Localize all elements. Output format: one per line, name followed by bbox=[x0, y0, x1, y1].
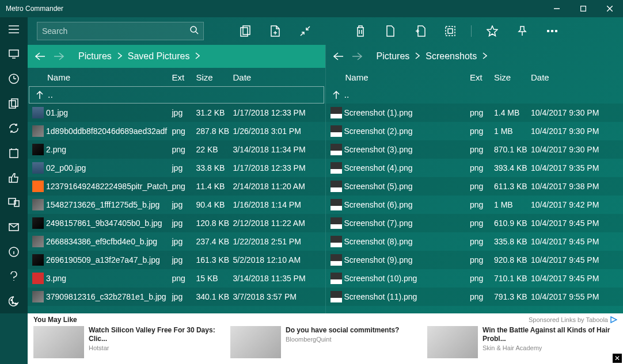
file-row[interactable]: Screenshot (6).pngpng1 MB10/4/2017 9:42 … bbox=[326, 196, 624, 214]
breadcrumb-segment[interactable]: Pictures bbox=[76, 51, 114, 62]
file-row[interactable]: 01.jpgjpg31.2 KB1/17/2018 12:33 PM bbox=[28, 104, 325, 122]
file-row[interactable]: Screenshot (11).pngpng791.3 KB10/4/2017 … bbox=[326, 288, 624, 306]
file-row[interactable]: 2668834386_ef9cfbd4e0_b.jpgjpg237.4 KB1/… bbox=[28, 232, 325, 251]
file-row[interactable]: Screenshot (7).pngpng610.9 KB10/4/2017 9… bbox=[326, 214, 624, 232]
file-ext: png bbox=[172, 127, 196, 136]
mail-icon[interactable] bbox=[0, 214, 28, 239]
more-button[interactable] bbox=[538, 17, 566, 45]
file-row[interactable]: 2498157861_9b347405b0_b.jpgjpg120.8 KB2/… bbox=[28, 214, 325, 232]
left-panel: Pictures Saved Pictures Name Ext Size Da… bbox=[28, 45, 326, 313]
file-ext: png bbox=[470, 163, 494, 173]
thumbs-up-icon[interactable] bbox=[0, 166, 28, 190]
column-headers: Name Ext Size Date bbox=[28, 68, 325, 86]
devices-icon[interactable] bbox=[0, 190, 28, 214]
ad-item[interactable]: Watch Silicon Valley Free For 30 Days: C… bbox=[33, 326, 223, 361]
file-row[interactable]: Screenshot (5).pngpng611.3 KB10/4/2017 9… bbox=[326, 177, 624, 196]
header-size[interactable]: Size bbox=[494, 72, 531, 82]
file-name: 2696190509_a13f2e7a47_b.jpg bbox=[46, 255, 172, 265]
file-row[interactable]: 15482713626_1fff1275d5_b.jpgjpg90.4 KB1/… bbox=[28, 196, 325, 214]
maximize-button[interactable] bbox=[570, 0, 597, 17]
file-date: 1/17/2018 12:33 PM bbox=[233, 108, 321, 117]
ad-sponsored[interactable]: Sponsored Links by Taboola bbox=[529, 316, 617, 324]
header-ext[interactable]: Ext bbox=[172, 72, 196, 82]
ad-close-button[interactable]: ✕ bbox=[613, 354, 622, 363]
theme-icon[interactable] bbox=[0, 289, 28, 313]
header-ext[interactable]: Ext bbox=[470, 72, 494, 82]
file-row[interactable]: Screenshot (3).pngpng870.1 KB10/4/2017 9… bbox=[326, 140, 624, 159]
file-name: Screenshot (3).png bbox=[344, 145, 470, 154]
file-thumbnail bbox=[331, 217, 342, 229]
breadcrumb-segment[interactable]: Saved Pictures bbox=[126, 51, 192, 62]
sidebar bbox=[0, 17, 28, 313]
forward-button[interactable] bbox=[51, 48, 67, 64]
new-file-button[interactable] bbox=[261, 17, 289, 45]
file-date: 10/4/2017 9:38 PM bbox=[531, 182, 618, 191]
file-thumbnail bbox=[331, 254, 342, 266]
search-box[interactable] bbox=[37, 22, 204, 40]
forward-button[interactable] bbox=[349, 48, 365, 64]
copy-button[interactable] bbox=[231, 17, 259, 45]
back-button[interactable] bbox=[32, 48, 48, 64]
file-row[interactable]: 2696190509_a13f2e7a47_b.jpgjpg161.3 KB5/… bbox=[28, 251, 325, 269]
ad-image bbox=[230, 326, 281, 358]
header-date[interactable]: Date bbox=[531, 72, 618, 82]
up-row[interactable]: .. bbox=[326, 86, 624, 104]
file-row[interactable]: 2.pngpng22 KB3/14/2018 11:34 PM bbox=[28, 140, 325, 159]
close-button[interactable] bbox=[597, 0, 623, 17]
file-row[interactable]: 02_p00.jpgjpg33.8 KB1/17/2018 12:33 PM bbox=[28, 159, 325, 177]
svg-point-23 bbox=[11, 300, 12, 301]
header-name[interactable]: Name bbox=[344, 72, 470, 82]
file-list[interactable]: Screenshot (1).pngpng1.4 MB10/4/2017 9:3… bbox=[326, 104, 624, 313]
file-row[interactable]: Screenshot (8).pngpng335.8 KB10/4/2017 9… bbox=[326, 232, 624, 251]
titlebar: Metro Commander bbox=[0, 0, 623, 17]
svg-point-36 bbox=[548, 30, 549, 32]
ad-item[interactable]: Do you have social commitments?Bloomberg… bbox=[230, 326, 420, 361]
file-date: 10/4/2017 9:30 PM bbox=[531, 127, 618, 136]
ad-bar: You May Like Sponsored Links by Taboola … bbox=[28, 313, 623, 364]
file-row[interactable]: 1237916492482224985pitr_Patch_ipng11.4 K… bbox=[28, 177, 325, 196]
delete-button[interactable] bbox=[347, 17, 374, 45]
help-icon[interactable] bbox=[0, 264, 28, 289]
copy-icon[interactable] bbox=[0, 91, 28, 116]
file-date: 10/4/2017 9:42 PM bbox=[531, 200, 618, 209]
up-row[interactable]: .. bbox=[29, 86, 324, 104]
info-icon[interactable] bbox=[0, 239, 28, 264]
file-row[interactable]: 1d89b0ddb8f82046d689aed32adfpng287.8 KB1… bbox=[28, 122, 325, 140]
menu-button[interactable] bbox=[0, 17, 28, 42]
file-thumbnail bbox=[32, 181, 44, 192]
breadcrumb-segment[interactable]: Screenshots bbox=[423, 51, 479, 62]
minimize-button[interactable] bbox=[544, 0, 570, 17]
compress-button[interactable] bbox=[291, 17, 319, 45]
archive-icon[interactable] bbox=[0, 141, 28, 166]
file-row[interactable]: Screenshot (2).pngpng1 MB10/4/2017 9:30 … bbox=[326, 122, 624, 140]
file-size: 335.8 KB bbox=[494, 237, 531, 246]
favorite-button[interactable] bbox=[478, 17, 506, 45]
file-name: 37909812316_c32b2781e1_b.jpg bbox=[46, 292, 172, 301]
header-date[interactable]: Date bbox=[233, 72, 321, 82]
back-button[interactable] bbox=[331, 48, 347, 64]
file-list[interactable]: 01.jpgjpg31.2 KB1/17/2018 12:33 PM1d89b0… bbox=[28, 104, 325, 313]
add-file-button[interactable] bbox=[407, 17, 434, 45]
file-button[interactable] bbox=[377, 17, 404, 45]
file-row[interactable]: 37909812316_c32b2781e1_b.jpgjpg340.1 KB3… bbox=[28, 288, 325, 306]
clock-icon[interactable] bbox=[0, 67, 28, 91]
file-name: 15482713626_1fff1275d5_b.jpg bbox=[46, 200, 172, 209]
pin-button[interactable] bbox=[508, 17, 536, 45]
file-row[interactable]: Screenshot (1).pngpng1.4 MB10/4/2017 9:3… bbox=[326, 104, 624, 122]
ad-item[interactable]: Win the Battle Against all Kinds of Hair… bbox=[427, 326, 617, 361]
file-row[interactable]: 3.pngpng15 KB3/14/2018 11:35 PM bbox=[28, 269, 325, 288]
search-input[interactable] bbox=[42, 26, 189, 36]
file-row[interactable]: Screenshot (10).pngpng710.1 KB10/4/2017 … bbox=[326, 269, 624, 288]
file-ext: png bbox=[470, 200, 494, 209]
file-row[interactable]: Screenshot (9).pngpng920.8 KB10/4/2017 9… bbox=[326, 251, 624, 269]
breadcrumb-segment[interactable]: Pictures bbox=[374, 51, 412, 62]
monitor-icon[interactable] bbox=[0, 42, 28, 67]
header-size[interactable]: Size bbox=[196, 72, 233, 82]
file-size: 15 KB bbox=[196, 274, 233, 283]
select-button[interactable] bbox=[436, 17, 464, 45]
file-ext: png bbox=[470, 219, 494, 228]
file-row[interactable]: Screenshot (4).pngpng393.4 KB10/4/2017 9… bbox=[326, 159, 624, 177]
file-size: 791.3 KB bbox=[494, 292, 531, 301]
refresh-icon[interactable] bbox=[0, 116, 28, 141]
header-name[interactable]: Name bbox=[46, 72, 172, 82]
